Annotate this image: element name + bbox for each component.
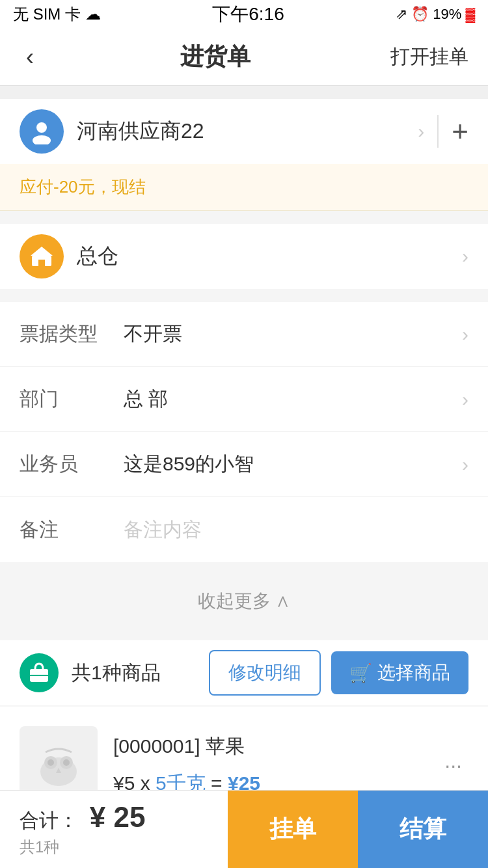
cart-icon: 🛒 <box>349 662 372 684</box>
ticket-type-arrow-icon: › <box>462 323 468 346</box>
warehouse-section[interactable]: 总仓 › <box>0 224 488 289</box>
collapse-label: 收起更多 ∧ <box>198 589 291 614</box>
department-value: 总 部 <box>111 386 462 413</box>
salesperson-value: 这是859的小智 <box>111 451 462 478</box>
svg-marker-3 <box>31 247 53 256</box>
status-left: 无 SIM 卡 ☁ <box>13 4 101 25</box>
products-header: 共1种商品 修改明细 🛒 选择商品 <box>0 640 488 705</box>
warehouse-icon <box>20 234 64 278</box>
svg-rect-4 <box>38 260 45 266</box>
bottom-bar: 合计： ¥ 25 共1种 挂单 结算 <box>0 790 488 868</box>
collapse-button[interactable]: 收起更多 ∧ <box>0 575 488 627</box>
select-product-button[interactable]: 🛒 选择商品 <box>331 651 468 694</box>
total-label: 合计： <box>20 809 78 831</box>
remark-input[interactable]: 备注内容 <box>111 517 468 543</box>
remark-label: 备注 <box>20 517 111 543</box>
product-more-button[interactable]: ··· <box>438 747 468 784</box>
bag-icon <box>27 661 51 685</box>
product-code: [0000001] <box>113 735 200 757</box>
product-info: [0000001] 苹果 ¥5 x 5千克 = ¥25 <box>113 733 438 797</box>
supplier-avatar <box>20 109 64 154</box>
products-icon <box>20 653 59 692</box>
gap-1 <box>0 86 488 99</box>
credit-notice: 应付-20元，现结 <box>0 164 488 211</box>
owl-logo <box>33 739 85 791</box>
page-title: 进货单 <box>180 41 251 73</box>
warehouse-arrow-icon: › <box>462 245 468 267</box>
hang-button[interactable]: 挂单 <box>228 791 358 869</box>
svg-point-1 <box>33 135 51 144</box>
product-title: 苹果 <box>206 735 245 757</box>
warehouse-name: 总仓 <box>77 242 462 271</box>
svg-point-11 <box>63 759 70 766</box>
select-product-label: 选择商品 <box>377 660 450 685</box>
product-name: [0000001] 苹果 <box>113 733 438 760</box>
svg-point-10 <box>47 759 54 766</box>
total-section: 合计： ¥ 25 共1种 <box>0 801 228 858</box>
supplier-arrow-icon: › <box>418 120 424 142</box>
department-row[interactable]: 部门 总 部 › <box>0 367 488 432</box>
salesperson-row[interactable]: 业务员 这是859的小智 › <box>0 432 488 497</box>
total-amount: ¥ 25 <box>90 801 146 833</box>
ticket-type-label: 票据类型 <box>20 321 111 347</box>
remark-row[interactable]: 备注 备注内容 <box>0 497 488 562</box>
add-supplier-button[interactable]: + <box>452 115 468 148</box>
battery-label: 19% <box>433 6 461 23</box>
department-arrow-icon: › <box>462 388 468 411</box>
battery-icon: ▓ <box>465 7 475 22</box>
sim-label: 无 SIM 卡 ☁ <box>13 4 101 25</box>
alarm-icon: ⏰ <box>411 6 429 23</box>
supplier-section[interactable]: 河南供应商22 › + <box>0 99 488 164</box>
ticket-type-value: 不开票 <box>111 321 462 347</box>
location-icon: ⇗ <box>396 6 407 23</box>
status-right: ⇗ ⏰ 19% ▓ <box>396 6 475 23</box>
products-count-label: 共1种商品 <box>72 660 209 686</box>
back-button[interactable]: ‹ <box>20 37 40 77</box>
nav-bar: ‹ 进货单 打开挂单 <box>0 29 488 86</box>
supplier-icon <box>29 118 55 144</box>
department-label: 部门 <box>20 386 111 413</box>
supplier-divider <box>437 115 439 148</box>
form-section: 票据类型 不开票 › 部门 总 部 › 业务员 这是859的小智 › 备注 备注… <box>0 302 488 562</box>
supplier-name: 河南供应商22 <box>77 117 418 146</box>
ticket-type-row[interactable]: 票据类型 不开票 › <box>0 302 488 367</box>
salesperson-label: 业务员 <box>20 451 111 478</box>
edit-detail-button[interactable]: 修改明细 <box>209 650 321 696</box>
total-row: 合计： ¥ 25 <box>20 801 208 834</box>
total-count: 共1种 <box>20 837 208 858</box>
open-hang-button[interactable]: 打开挂单 <box>390 44 468 70</box>
svg-point-0 <box>36 122 47 133</box>
salesperson-arrow-icon: › <box>462 454 468 476</box>
status-bar: 无 SIM 卡 ☁ 下午6:16 ⇗ ⏰ 19% ▓ <box>0 0 488 29</box>
warehouse-svg <box>29 244 54 269</box>
checkout-button[interactable]: 结算 <box>358 791 488 869</box>
status-time: 下午6:16 <box>212 2 284 27</box>
